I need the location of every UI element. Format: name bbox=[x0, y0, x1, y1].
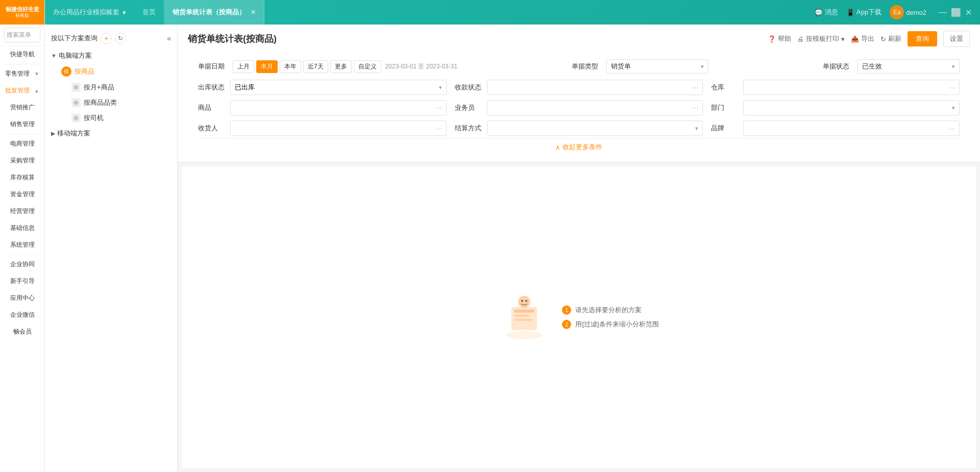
sidebar-item-enterprise-wechat[interactable]: 企业微信 bbox=[0, 306, 44, 323]
sidebar-item-ecommerce[interactable]: 电商管理 bbox=[0, 135, 44, 152]
settlement-label: 结算方式 bbox=[455, 124, 483, 133]
department-select[interactable]: ▾ bbox=[743, 100, 960, 115]
sidebar-item-quick-nav[interactable]: 快捷导航 bbox=[0, 46, 44, 63]
empty-content: 1 请先选择要分析的方案 2 用[过滤]条件来缩小分析范围 bbox=[499, 292, 658, 343]
settings-button[interactable]: 设置 bbox=[943, 31, 970, 47]
payment-status-label: 收款状态 bbox=[455, 83, 483, 92]
by-printer-icon: ㊗ bbox=[71, 113, 81, 123]
last-7-days-btn[interactable]: 近7天 bbox=[303, 60, 328, 73]
tip-item-1: 1 请先选择要分析的方案 bbox=[562, 305, 658, 315]
template-print-button[interactable]: 🖨 按模板打印 ▾ bbox=[797, 34, 845, 43]
more-date-btn[interactable]: 更多 bbox=[330, 60, 352, 73]
tab-sales-stats-label: 销货单统计表（按商品） bbox=[173, 8, 246, 17]
tree-item-by-month-product[interactable]: ㊗ 按月+商品 bbox=[45, 80, 177, 95]
doc-type-select[interactable]: 销货单 ▾ bbox=[606, 59, 708, 74]
collapse-panel-button[interactable]: « bbox=[167, 34, 171, 42]
sidebar-item-system[interactable]: 系统管理 bbox=[0, 237, 44, 253]
page-actions: ❓ 帮助 🖨 按模板打印 ▾ 📤 导出 ↻ bbox=[768, 31, 970, 47]
tree-item-by-product-category[interactable]: ㊗ 按商品品类 bbox=[45, 95, 177, 110]
last-month-btn[interactable]: 上月 bbox=[233, 60, 254, 73]
message-label: 消息 bbox=[825, 8, 838, 17]
search-menu-button[interactable]: 搜索菜单 bbox=[4, 28, 40, 42]
industry-label: 办公用品行业模拟账套 bbox=[53, 8, 119, 17]
recipient-dots-icon: ··· bbox=[436, 124, 442, 132]
sidebar-item-purchase[interactable]: 采购管理 bbox=[0, 152, 44, 169]
sidebar-item-operations[interactable]: 经营管理 bbox=[0, 203, 44, 220]
out-status-value: 已出库 bbox=[235, 83, 255, 92]
this-month-btn[interactable]: 本月 bbox=[256, 60, 278, 73]
brand-label: 品牌 bbox=[711, 124, 739, 133]
settlement-select[interactable]: ▾ bbox=[487, 121, 703, 136]
avatar: Ea bbox=[890, 5, 904, 19]
tree-item-by-printer[interactable]: ㊗ 按司机 bbox=[45, 110, 177, 126]
maximize-icon[interactable]: ⬜ bbox=[951, 8, 961, 17]
salesperson-select[interactable]: ··· bbox=[487, 100, 703, 115]
sidebar-item-wholesale[interactable]: 批发管理 ▲ bbox=[0, 82, 44, 99]
print-icon: 🖨 bbox=[797, 35, 804, 43]
tab-bar: 首页 销货单统计表（按商品） ✕ bbox=[134, 0, 806, 25]
enterprise-collab-label: 企业协同 bbox=[10, 260, 35, 269]
doc-status-select[interactable]: 已生效 ▾ bbox=[857, 59, 960, 74]
export-button[interactable]: 📤 导出 bbox=[851, 34, 874, 43]
sidebar-item-basic[interactable]: 基础信息 bbox=[0, 220, 44, 237]
quick-nav-label: 快捷导航 bbox=[10, 50, 35, 59]
app-download-button[interactable]: 📱 App下载 bbox=[846, 8, 881, 17]
industry-selector[interactable]: 办公用品行业模拟账套 ▾ bbox=[53, 8, 126, 17]
app-logo[interactable]: 畅捷信好生意 标账版 bbox=[0, 0, 44, 25]
by-month-product-icon: ㊗ bbox=[71, 83, 81, 92]
industry-dropdown-icon: ▾ bbox=[122, 9, 126, 16]
out-status-select[interactable]: 已出库 ▾ bbox=[230, 80, 447, 95]
brand-select[interactable]: ··· bbox=[743, 121, 960, 136]
tab-sales-stats[interactable]: 销货单统计表（按商品） ✕ bbox=[164, 0, 264, 25]
user-profile[interactable]: Ea demo2 bbox=[890, 5, 926, 19]
add-scheme-button[interactable]: + bbox=[101, 33, 112, 44]
tab-close-icon[interactable]: ✕ bbox=[251, 9, 256, 16]
tip-num-2: 2 bbox=[562, 320, 571, 329]
ecommerce-label: 电商管理 bbox=[10, 139, 35, 148]
system-label: 系统管理 bbox=[10, 241, 35, 249]
help-button[interactable]: ❓ 帮助 bbox=[768, 34, 791, 43]
app-download-label: App下载 bbox=[856, 8, 881, 17]
mobile-scheme-label: 移动端方案 bbox=[57, 129, 90, 138]
username: demo2 bbox=[906, 9, 926, 16]
tab-home-label: 首页 bbox=[142, 8, 156, 17]
doc-type-value: 销货单 bbox=[611, 62, 631, 71]
warehouse-dots-icon: ··· bbox=[949, 83, 955, 91]
product-dots-icon: ··· bbox=[436, 104, 442, 112]
custom-date-btn[interactable]: 自定义 bbox=[354, 60, 381, 73]
settlement-chevron-icon: ▾ bbox=[695, 125, 698, 132]
query-button[interactable]: 查询 bbox=[908, 31, 937, 46]
filter-row-1: 单据日期 上月 本月 本年 近7天 更多 自定义 2023-03-01 至 20… bbox=[198, 59, 960, 74]
sidebar-item-sales[interactable]: 销售管理 bbox=[0, 116, 44, 133]
product-select[interactable]: ··· bbox=[230, 100, 447, 115]
collapse-filters-button[interactable]: ∧ 收起更多条件 bbox=[198, 138, 960, 156]
refresh-button[interactable]: ↻ 刷新 bbox=[880, 34, 901, 43]
payment-status-select[interactable]: ··· bbox=[487, 80, 703, 95]
sidebar-item-marketing[interactable]: 营销推广 bbox=[0, 99, 44, 116]
tab-home[interactable]: 首页 bbox=[134, 0, 164, 25]
page-header: 销货单统计表(按商品) ❓ 帮助 🖨 按模板打印 ▾ 📤 bbox=[178, 25, 980, 162]
tree-item-by-product[interactable]: 按 按商品 bbox=[45, 63, 177, 80]
message-button[interactable]: 💬 消息 bbox=[815, 8, 838, 17]
this-year-btn[interactable]: 本年 bbox=[280, 60, 301, 73]
pc-scheme-header[interactable]: ▼ 电脑端方案 bbox=[45, 48, 177, 63]
export-icon: 📤 bbox=[851, 35, 859, 43]
refresh-scheme-button[interactable]: ↻ bbox=[115, 33, 126, 44]
mobile-scheme-header[interactable]: ▶ 移动端方案 bbox=[45, 126, 177, 141]
main-area: 办公用品行业模拟账套 ▾ 首页 销货单统计表（按商品） ✕ 💬 消息 📱 App… bbox=[45, 0, 980, 472]
basic-label: 基础信息 bbox=[10, 224, 35, 232]
window-close-icon[interactable]: ✕ bbox=[965, 8, 972, 17]
sidebar-item-enterprise-collab[interactable]: 企业协同 bbox=[0, 256, 44, 273]
warehouse-select[interactable]: ··· bbox=[743, 80, 960, 95]
sidebar-item-finance[interactable]: 资金管理 bbox=[0, 186, 44, 203]
sidebar-item-app-center[interactable]: 应用中心 bbox=[0, 290, 44, 306]
minimize-icon[interactable]: — bbox=[939, 8, 947, 17]
recipient-select[interactable]: ··· bbox=[230, 121, 447, 136]
sidebar-item-beginner[interactable]: 新手引导 bbox=[0, 273, 44, 290]
sidebar-item-retail[interactable]: 零售管理 ▼ bbox=[0, 65, 44, 82]
sidebar-item-inventory[interactable]: 库存核算 bbox=[0, 169, 44, 186]
svg-rect-3 bbox=[514, 315, 529, 317]
avatar-initials: Ea bbox=[893, 9, 901, 16]
by-product-category-icon: ㊗ bbox=[71, 98, 81, 107]
sidebar-item-member[interactable]: 畅会员 bbox=[0, 323, 44, 340]
